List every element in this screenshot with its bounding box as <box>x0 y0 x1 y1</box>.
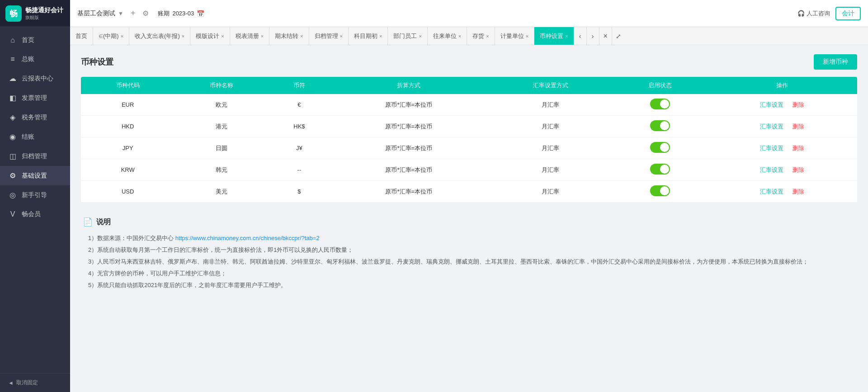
tab-unit-close[interactable]: × <box>526 33 528 39</box>
rate-set-btn-4[interactable]: 汇率设置 <box>760 188 783 196</box>
tab-income[interactable]: 收入支出表(年报) × <box>129 27 190 45</box>
cloud-icon: ☁ <box>8 74 17 83</box>
sidebar-item-ledger-label: 总账 <box>22 55 34 63</box>
tab-expand-button[interactable]: ⤢ <box>612 27 625 45</box>
new-currency-button[interactable]: 新增币种 <box>814 54 857 70</box>
account-button[interactable]: 会计 <box>835 7 861 20</box>
sidebar-item-settings[interactable]: ⚙ 基础设置 <box>0 166 70 185</box>
sidebar-item-guide[interactable]: ◎ 新手引导 <box>0 185 70 205</box>
sidebar-item-reports[interactable]: ☁ 云报表中心 <box>0 69 70 88</box>
tab-template[interactable]: 模版设计 × <box>190 27 230 45</box>
tab-unit[interactable]: 计量单位 × <box>495 27 534 45</box>
sidebar-item-member-label: 畅会员 <box>22 210 41 218</box>
help-button[interactable]: 🎧 人工咨询 <box>797 9 830 18</box>
sidebar-item-invoice[interactable]: ◧ 发票管理 <box>0 88 70 108</box>
tab-clients-close[interactable]: × <box>458 33 461 39</box>
tab-staff[interactable]: 部门员工 × <box>388 27 427 45</box>
sidebar-item-tax-label: 税务管理 <box>22 113 47 122</box>
rate-set-btn-0[interactable]: 汇率设置 <box>760 101 783 109</box>
period-selector: 账期 2023-03 📅 <box>158 9 204 18</box>
add-tab-button[interactable]: + <box>129 7 137 20</box>
tab-subjects[interactable]: 科目期初 × <box>349 27 388 45</box>
sidebar-item-home[interactable]: ⌂ 首页 <box>0 31 70 50</box>
col-symbol: 币符 <box>269 77 330 94</box>
tab-archive-close[interactable]: × <box>340 33 343 39</box>
tab-period-end-close[interactable]: × <box>300 33 303 39</box>
tab-subjects-label: 科目期初 <box>354 32 377 40</box>
tab-next-button[interactable]: › <box>587 27 599 45</box>
toggle-1[interactable] <box>650 120 670 131</box>
company-selector[interactable]: 基层工会测试 ▼ <box>77 9 123 18</box>
archive-icon: ◫ <box>8 152 17 161</box>
ledger-icon: ≡ <box>8 55 17 63</box>
toggle-wrap-4 <box>650 185 670 196</box>
company-name: 基层工会测试 <box>77 9 115 18</box>
toggle-2[interactable] <box>650 142 670 153</box>
cell-rate-type-2: 月汇率 <box>487 137 613 159</box>
tab-staff-close[interactable]: × <box>419 33 421 39</box>
sidebar-item-ledger[interactable]: ≡ 总账 <box>0 50 70 69</box>
table-header: 币种代码 币种名称 币符 折算方式 汇率设置方式 启用状态 操作 <box>81 77 857 94</box>
sidebar-item-archive[interactable]: ◫ 归档管理 <box>0 146 70 166</box>
rate-set-btn-2[interactable]: 汇率设置 <box>760 144 783 152</box>
cell-calc-2: 原币*汇率=本位币 <box>330 137 487 159</box>
sidebar-pin-toggle[interactable]: ◄ 取消固定 <box>0 373 70 392</box>
cell-calc-3: 原币*汇率=本位币 <box>330 159 487 181</box>
topbar: 基层工会测试 ▼ + ⚙ 账期 2023-03 📅 🎧 人工咨询 会计 <box>70 0 868 27</box>
tab-taxbook-label: 税表清册 <box>236 32 259 40</box>
topbar-right: 🎧 人工咨询 会计 <box>797 7 861 20</box>
calendar-icon[interactable]: 📅 <box>197 10 204 17</box>
tab-home[interactable]: 首页 <box>70 27 93 45</box>
table-row: USD 美元 $ 原币*汇率=本位币 月汇率 汇率设置 删除 <box>81 181 857 203</box>
sidebar-item-guide-label: 新手引导 <box>22 191 47 199</box>
tab-subjects-close[interactable]: × <box>379 33 382 39</box>
rate-set-btn-1[interactable]: 汇率设置 <box>760 123 783 131</box>
cell-status-0 <box>613 94 707 116</box>
tab-temp[interactable]: ∈(中期) × <box>93 27 129 45</box>
tab-period-end[interactable]: 期末结转 × <box>269 27 309 45</box>
delete-btn-2[interactable]: 删除 <box>793 144 804 152</box>
guide-icon: ◎ <box>8 191 17 199</box>
tab-income-close[interactable]: × <box>182 33 184 39</box>
headset-icon: 🎧 <box>797 10 805 17</box>
tab-taxbook[interactable]: 税表清册 × <box>230 27 269 45</box>
tab-period-end-label: 期末结转 <box>275 32 298 40</box>
company-settings-button[interactable]: ⚙ <box>142 9 149 18</box>
delete-btn-4[interactable]: 删除 <box>793 188 804 196</box>
toggle-3[interactable] <box>650 164 670 175</box>
notes-link[interactable]: https://www.chinamoney.com.cn/chinese/bk… <box>175 235 320 241</box>
note-item-2: 2）系统自动获取每月第一个工作日的汇率标价，统一为直接标价法，即1外币可以兑换的… <box>88 244 855 256</box>
toggle-0[interactable] <box>650 99 670 109</box>
col-actions: 操作 <box>707 77 857 94</box>
sidebar-item-member[interactable]: V 畅会员 <box>0 205 70 224</box>
tab-currency[interactable]: 币种设置 × <box>534 27 574 45</box>
tab-template-close[interactable]: × <box>221 33 224 39</box>
sidebar-item-reports-label: 云报表中心 <box>22 75 53 83</box>
tab-inventory[interactable]: 存货 × <box>467 27 495 45</box>
tab-temp-close[interactable]: × <box>121 33 123 39</box>
delete-btn-0[interactable]: 删除 <box>793 101 804 109</box>
table-row: JPY 日圆 J¥ 原币*汇率=本位币 月汇率 汇率设置 删除 <box>81 137 857 159</box>
tab-temp-label: ∈(中期) <box>99 32 119 40</box>
logo-icon: 畅 <box>5 5 22 22</box>
tab-currency-close[interactable]: × <box>565 33 568 39</box>
page-header: 币种设置 新增币种 <box>81 54 857 70</box>
tab-clients[interactable]: 往来单位 × <box>428 27 467 45</box>
period-value[interactable]: 2023-03 <box>172 10 194 17</box>
toggle-4[interactable] <box>650 185 670 196</box>
sidebar-item-settle[interactable]: ◉ 结账 <box>0 127 70 146</box>
cell-code-1: HKD <box>81 116 175 137</box>
rate-set-btn-3[interactable]: 汇率设置 <box>760 166 783 174</box>
note-item-5: 5）系统只能自动抓取2021年度后的汇率，之前年度汇率需要用户手工维护。 <box>88 279 855 291</box>
tab-template-label: 模版设计 <box>196 32 219 40</box>
tab-taxbook-close[interactable]: × <box>261 33 264 39</box>
tab-prev-button[interactable]: ‹ <box>574 27 587 45</box>
tab-close-all-button[interactable]: × <box>599 27 612 45</box>
tab-inventory-close[interactable]: × <box>486 33 489 39</box>
cell-symbol-4: $ <box>269 181 330 203</box>
sidebar-item-tax[interactable]: ◈ 税务管理 <box>0 108 70 127</box>
delete-btn-3[interactable]: 删除 <box>793 166 804 174</box>
tab-archive[interactable]: 归档管理 × <box>309 27 349 45</box>
sidebar-item-home-label: 首页 <box>22 36 34 44</box>
delete-btn-1[interactable]: 删除 <box>793 123 804 131</box>
